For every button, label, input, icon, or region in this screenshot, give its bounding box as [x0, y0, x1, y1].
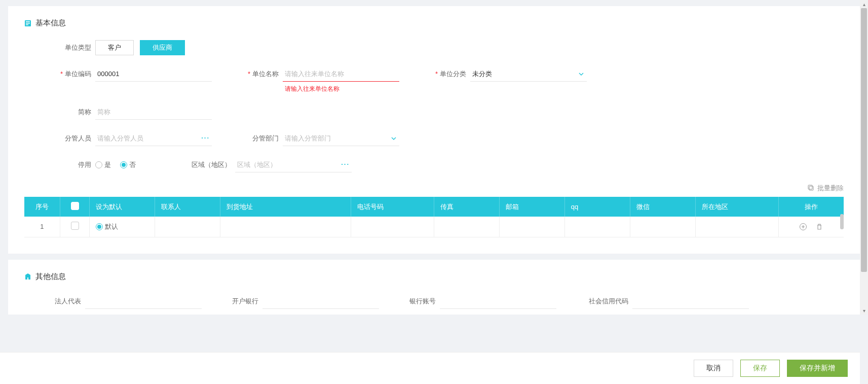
bank-name-input[interactable] [262, 294, 379, 309]
disabled-yes-radio[interactable]: 是 [95, 160, 111, 169]
table-header-row: 序号 设为默认 联系人 到货地址 电话号码 传真 邮箱 qq 微信 所在地区 操… [24, 197, 844, 217]
col-qq: qq [564, 197, 630, 217]
cell-seq: 1 [24, 217, 60, 237]
bank-account-input[interactable] [440, 294, 556, 309]
svg-rect-2 [26, 23, 30, 24]
other-info-title: 其他信息 [35, 272, 66, 282]
unit-name-error: 请输入往来单位名称 [283, 85, 399, 93]
basic-info-header: 基本信息 [24, 18, 844, 28]
row-checkbox[interactable] [71, 222, 79, 230]
legal-rep-input[interactable] [85, 294, 202, 309]
short-name-label: 简称 [45, 104, 95, 120]
table-row: 1 默认 [24, 217, 844, 237]
social-credit-input[interactable] [632, 294, 749, 309]
disabled-no-radio[interactable]: 否 [120, 160, 136, 169]
unit-name-label: *单位名称 [232, 66, 283, 82]
col-checkbox [60, 197, 90, 217]
cell-address[interactable] [220, 217, 351, 237]
select-all-checkbox[interactable] [71, 202, 79, 210]
col-contact: 联系人 [155, 197, 220, 217]
unit-category-select[interactable] [470, 66, 587, 82]
cell-phone[interactable] [351, 217, 434, 237]
cell-area[interactable] [695, 217, 778, 237]
unit-category-label: *单位分类 [420, 66, 470, 82]
svg-rect-1 [26, 21, 30, 22]
basic-info-card: 基本信息 单位类型 客户 供应商 *单位编码 [8, 6, 860, 254]
svg-rect-7 [27, 277, 28, 280]
col-area: 所在地区 [695, 197, 778, 217]
col-address: 到货地址 [220, 197, 351, 217]
disabled-label: 停用 [45, 157, 95, 172]
cell-fax[interactable] [434, 217, 499, 237]
cell-wechat[interactable] [630, 217, 695, 237]
more-icon[interactable]: ··· [201, 134, 210, 142]
unit-code-label: *单位编码 [45, 66, 95, 82]
scroll-thumb[interactable] [861, 8, 867, 272]
department-input[interactable] [283, 131, 399, 146]
basic-info-title: 基本信息 [35, 18, 66, 28]
col-seq: 序号 [24, 197, 60, 217]
col-wechat: 微信 [630, 197, 695, 217]
region-input[interactable] [235, 157, 352, 172]
col-set-default: 设为默认 [90, 197, 155, 217]
legal-rep-label: 法人代表 [45, 294, 85, 309]
other-info-card: 其他信息 法人代表 开户银行 银行账号 社会信用代码 [8, 260, 860, 315]
region-label: 区域（地区） [184, 157, 235, 172]
bank-name-label: 开户银行 [222, 294, 262, 309]
short-name-input[interactable] [95, 104, 212, 120]
table-scrollbar[interactable] [840, 214, 844, 229]
col-fax: 传真 [434, 197, 499, 217]
more-icon[interactable]: ··· [341, 160, 350, 168]
social-credit-label: 社会信用代码 [577, 294, 632, 309]
form-icon [24, 20, 31, 27]
unit-name-input[interactable] [283, 66, 399, 82]
scroll-up-arrow-icon[interactable]: ▴ [860, 0, 868, 8]
unit-code-input[interactable] [95, 66, 212, 82]
add-row-icon[interactable] [799, 222, 808, 231]
copy-icon [807, 184, 814, 193]
svg-rect-3 [26, 24, 28, 25]
department-label: 分管部门 [232, 131, 283, 146]
manager-label: 分管人员 [45, 131, 95, 146]
bank-account-label: 银行账号 [399, 294, 440, 309]
manager-input[interactable] [95, 131, 212, 146]
svg-rect-4 [808, 185, 812, 189]
delete-row-icon[interactable] [815, 222, 824, 231]
cell-qq[interactable] [564, 217, 630, 237]
cell-contact[interactable] [155, 217, 220, 237]
cell-email[interactable] [499, 217, 564, 237]
svg-rect-5 [809, 186, 813, 190]
page-scrollbar[interactable]: ▴ ▾ [860, 0, 868, 315]
scroll-down-arrow-icon[interactable]: ▾ [860, 306, 868, 315]
row-default-radio[interactable]: 默认 [96, 222, 118, 231]
col-phone: 电话号码 [351, 197, 434, 217]
col-email: 邮箱 [499, 197, 564, 217]
building-icon [24, 273, 31, 280]
batch-delete-button[interactable]: 批量删除 [24, 184, 844, 193]
unit-type-supplier-button[interactable]: 供应商 [140, 40, 185, 55]
contacts-table: 序号 设为默认 联系人 到货地址 电话号码 传真 邮箱 qq 微信 所在地区 操… [24, 197, 844, 237]
other-info-header: 其他信息 [24, 272, 844, 282]
unit-type-label: 单位类型 [45, 40, 95, 55]
col-action: 操作 [778, 197, 844, 217]
unit-type-customer-button[interactable]: 客户 [95, 40, 134, 55]
